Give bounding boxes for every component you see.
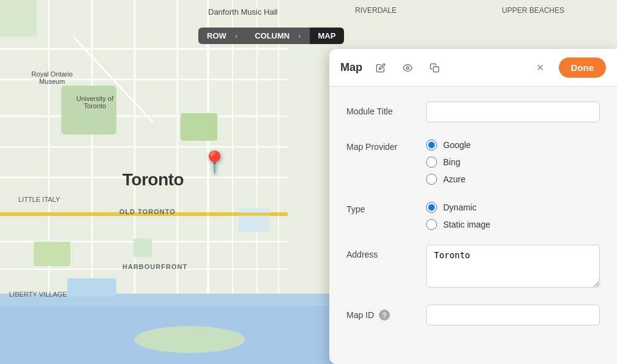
map-id-input[interactable]: [426, 305, 600, 325]
map-provider-bing-radio[interactable]: [426, 157, 437, 168]
map-provider-control: Google Bing Azure: [426, 137, 600, 185]
module-title-row: Module Title: [346, 102, 600, 122]
module-title-control: [426, 102, 600, 122]
close-button[interactable]: ×: [532, 59, 549, 76]
breadcrumb-map[interactable]: MAP: [310, 28, 345, 44]
map-id-label: Map ID: [346, 310, 374, 320]
map-provider-label: Map Provider: [346, 137, 414, 152]
svg-point-2: [135, 326, 245, 353]
address-control: Toronto: [426, 245, 600, 290]
type-static-radio[interactable]: [426, 219, 437, 230]
svg-rect-25: [67, 278, 116, 297]
svg-rect-21: [181, 113, 217, 141]
panel-header: Map × Done: [329, 49, 617, 87]
map-id-label-group: Map ID ?: [346, 310, 414, 321]
map-provider-radio-group: Google Bing Azure: [426, 137, 600, 185]
breadcrumb-row[interactable]: ROW: [198, 28, 246, 44]
panel-body: Module Title Map Provider Google Bing: [329, 87, 617, 364]
settings-panel: Map × Done Module Title: [329, 49, 617, 364]
type-radio-group: Dynamic Static image: [426, 199, 600, 230]
map-id-help-icon[interactable]: ?: [379, 310, 390, 321]
map-id-label-wrap: Map ID ?: [346, 305, 414, 321]
map-label-riverdale: RIVERDALE: [355, 6, 397, 15]
map-provider-row: Map Provider Google Bing Azure: [346, 137, 600, 185]
map-id-control: [426, 305, 600, 325]
map-id-row: Map ID ?: [346, 305, 600, 325]
module-title-label: Module Title: [346, 102, 414, 116]
type-control: Dynamic Static image: [426, 199, 600, 230]
map-label-village: LIBERTY VILLAGE: [9, 291, 67, 298]
address-label: Address: [346, 245, 414, 259]
type-row: Type Dynamic Static image: [346, 199, 600, 230]
map-provider-google[interactable]: Google: [426, 139, 600, 150]
done-button[interactable]: Done: [559, 58, 607, 78]
svg-rect-24: [239, 208, 269, 232]
map-label-university: University of Toronto: [70, 95, 119, 110]
map-label-danforth: Danforth Music Hall: [208, 7, 277, 17]
address-input[interactable]: Toronto: [426, 245, 600, 288]
svg-rect-22: [61, 86, 116, 135]
map-provider-google-radio[interactable]: [426, 139, 437, 150]
module-title-input[interactable]: [426, 102, 600, 122]
map-provider-azure-label: Azure: [443, 174, 466, 184]
edit-icon-button[interactable]: [372, 59, 389, 76]
type-dynamic-label: Dynamic: [443, 202, 476, 212]
map-provider-bing[interactable]: Bing: [426, 157, 600, 168]
map-provider-azure[interactable]: Azure: [426, 174, 600, 185]
svg-point-29: [406, 67, 409, 69]
type-label: Type: [346, 199, 414, 214]
panel-icons: [372, 59, 522, 76]
map-label-little-italy: LITTLE ITALY: [18, 196, 60, 203]
visibility-icon-button[interactable]: [399, 59, 416, 76]
map-provider-bing-label: Bing: [443, 157, 460, 167]
type-dynamic[interactable]: Dynamic: [426, 202, 600, 213]
panel-header-left: Map: [340, 59, 522, 76]
type-dynamic-radio[interactable]: [426, 202, 437, 213]
map-label-rom: Royal Ontario Museum: [21, 70, 83, 85]
copy-icon-button[interactable]: [426, 59, 443, 76]
svg-rect-23: [133, 239, 152, 257]
map-pin: 📍: [201, 152, 228, 174]
map-provider-azure-radio[interactable]: [426, 174, 437, 185]
map-provider-google-label: Google: [443, 140, 471, 150]
svg-rect-26: [34, 242, 70, 266]
map-label-toronto: Toronto: [122, 170, 184, 190]
type-static[interactable]: Static image: [426, 219, 600, 230]
type-static-label: Static image: [443, 220, 490, 229]
map-label-harbourfront: HARBOURFRONT: [122, 263, 187, 270]
breadcrumb-column[interactable]: COLUMN: [246, 28, 309, 44]
breadcrumb: ROW COLUMN MAP: [198, 28, 344, 44]
panel-title: Map: [340, 61, 362, 74]
map-label-old-toronto: OLD TORONTO: [119, 208, 176, 215]
map-label-upper-beaches: UPPER BEACHES: [502, 6, 564, 15]
svg-rect-27: [0, 0, 37, 37]
svg-rect-30: [433, 67, 439, 72]
address-row: Address Toronto: [346, 245, 600, 290]
